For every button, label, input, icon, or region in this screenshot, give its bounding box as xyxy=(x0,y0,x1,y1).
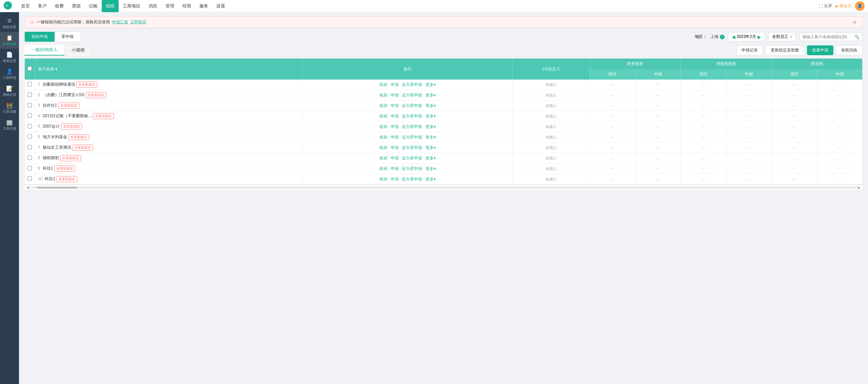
action-more-2[interactable]: 更多▾ xyxy=(426,103,436,108)
action-taxform-5[interactable]: 税表 xyxy=(379,135,388,140)
action-zerodeclare-1[interactable]: 设为零申报 xyxy=(402,93,422,98)
row-checkbox-0[interactable] xyxy=(27,82,32,86)
sidebar-item-annual-report[interactable]: 🏢 工商年报 xyxy=(0,116,19,133)
row-checkbox-9[interactable] xyxy=(27,176,32,181)
action-more-3[interactable]: 更多▾ xyxy=(426,114,436,119)
nav-service[interactable]: 服务 xyxy=(195,0,212,12)
action-declare-9[interactable]: 申报 xyxy=(391,177,399,182)
action-taxform-9[interactable]: 税表 xyxy=(379,177,388,182)
alert-link-declare[interactable]: 申报汇签 xyxy=(112,19,128,25)
action-zerodeclare-5[interactable]: 设为零申报 xyxy=(402,135,422,140)
sub-tab-general[interactable]: 一般的纳税人 xyxy=(24,45,64,56)
action-zerodeclare-2[interactable]: 设为零申报 xyxy=(402,103,422,108)
nav-fee[interactable]: 收费 xyxy=(51,0,68,12)
region-info-icon[interactable]: i xyxy=(720,35,725,39)
scroll-thumb[interactable] xyxy=(37,187,77,189)
action-declare-8[interactable]: 申报 xyxy=(391,166,399,171)
sidebar-item-batch-tax[interactable]: 📋 批量报税 xyxy=(0,32,19,49)
scroll-track[interactable] xyxy=(30,187,857,189)
action-declare-2[interactable]: 申报 xyxy=(391,103,399,108)
row-checkbox-3[interactable] xyxy=(27,113,32,118)
action-more-0[interactable]: 更多▾ xyxy=(426,82,436,87)
scroll-left-button[interactable]: ◀ xyxy=(26,186,30,189)
nav-business[interactable]: 工商项目 xyxy=(119,0,144,12)
alert-close-button[interactable]: ✕ xyxy=(853,20,857,25)
sidebar-item-tax-overview[interactable]: 📄 报税总览 xyxy=(0,49,19,66)
batch-declare-button[interactable]: 批量申报 xyxy=(807,45,833,55)
select-all-checkbox[interactable] xyxy=(27,66,32,71)
sidebar-item-tax-settings[interactable]: ⚙ 报税设置 xyxy=(0,15,19,32)
row-checkbox-5[interactable] xyxy=(27,134,32,139)
tab-tax-declare[interactable]: 税款申报 xyxy=(25,32,55,42)
status-badge-3: 未更新核定 xyxy=(93,113,114,119)
th-ca-status: CA状态 C xyxy=(512,59,590,80)
collect-back-button[interactable]: 收取回执 xyxy=(836,45,863,55)
fullscreen-button[interactable]: ⛶ 全屏 xyxy=(819,3,832,9)
action-declare-7[interactable]: 申报 xyxy=(391,156,399,161)
tab-zero-declare[interactable]: 零申报 xyxy=(55,32,80,42)
action-more-5[interactable]: 更多▾ xyxy=(426,135,436,140)
nav-client[interactable]: 客户 xyxy=(34,0,51,12)
nav-tax[interactable]: 报税 xyxy=(102,0,119,12)
row-checkbox-8[interactable] xyxy=(27,166,32,170)
action-declare-1[interactable]: 申报 xyxy=(391,93,399,98)
declare-record-button[interactable]: 申报记录 xyxy=(736,45,763,55)
nav-home[interactable]: 首页 xyxy=(17,0,34,12)
update-fetch-button[interactable]: 更新统定及取数 xyxy=(766,45,804,55)
staff-selector[interactable]: 全部员工 ▾ xyxy=(768,32,796,41)
action-taxform-4[interactable]: 税表 xyxy=(379,124,388,129)
action-taxform-1[interactable]: 税表 xyxy=(379,93,388,98)
row-checkbox-6[interactable] xyxy=(27,145,32,149)
alert-link-buy[interactable]: 立即购买 xyxy=(130,19,146,25)
th-add-fill: 填写 xyxy=(772,69,817,80)
action-more-1[interactable]: 更多▾ xyxy=(426,93,436,98)
action-zerodeclare-8[interactable]: 设为零申报 xyxy=(402,166,422,171)
action-taxform-0[interactable]: 税表 xyxy=(379,82,388,87)
action-taxform-7[interactable]: 税表 xyxy=(379,156,388,161)
sidebar-item-annual-calc[interactable]: 🧮 汇算清缴 xyxy=(0,100,19,116)
action-zerodeclare-3[interactable]: 设为零申报 xyxy=(402,114,422,119)
action-more-7[interactable]: 更多▾ xyxy=(426,156,436,161)
action-more-6[interactable]: 更多▾ xyxy=(426,145,436,150)
row-checkbox-1[interactable] xyxy=(27,92,32,97)
action-declare-3[interactable]: 申报 xyxy=(391,114,399,119)
row-checkbox-4[interactable] xyxy=(27,124,32,128)
action-zerodeclare-9[interactable]: 设为零申报 xyxy=(402,177,422,182)
nav-manage[interactable]: 管理 xyxy=(161,0,178,12)
nav-message[interactable]: 消息 xyxy=(144,0,161,12)
action-zerodeclare-4[interactable]: 设为零申报 xyxy=(402,124,422,129)
action-taxform-2[interactable]: 税表 xyxy=(379,103,388,108)
search-icon[interactable]: 🔍 xyxy=(854,35,860,39)
warning-icon: ⚠ xyxy=(30,20,35,25)
nav-bookkeeping[interactable]: 记账 xyxy=(85,0,102,12)
action-declare-4[interactable]: 申报 xyxy=(391,124,399,129)
upgrade-button[interactable]: ▶ 畅会员 xyxy=(835,3,852,9)
action-taxform-6[interactable]: 税表 xyxy=(379,145,388,150)
scroll-right-button[interactable]: ▶ xyxy=(857,186,861,189)
avatar[interactable]: 👤 xyxy=(855,1,865,11)
row-checkbox-7[interactable] xyxy=(27,155,32,160)
action-zerodeclare-0[interactable]: 设为零申报 xyxy=(402,82,422,87)
action-declare-5[interactable]: 申报 xyxy=(391,135,399,140)
action-taxform-3[interactable]: 税表 xyxy=(379,114,388,119)
search-input[interactable] xyxy=(802,35,853,39)
date-next-button[interactable]: ▶ xyxy=(757,34,761,40)
action-declare-6[interactable]: 申报 xyxy=(391,145,399,150)
nav-settings[interactable]: 设置 xyxy=(212,0,229,12)
action-declare-0[interactable]: 申报 xyxy=(391,82,399,87)
nav-invoice[interactable]: 票据 xyxy=(68,0,85,12)
action-zerodeclare-7[interactable]: 设为零申报 xyxy=(402,156,422,161)
date-prev-button[interactable]: ◀ xyxy=(732,34,735,40)
ca-status-text-1: 未插入 xyxy=(546,93,557,97)
sidebar-item-tax-record[interactable]: 📝 报税记录 xyxy=(0,83,19,100)
action-more-9[interactable]: 更多▾ xyxy=(426,177,436,182)
action-more-4[interactable]: 更多▾ xyxy=(426,124,436,129)
row-checkbox-2[interactable] xyxy=(27,103,32,107)
sort-icon[interactable]: ▾ xyxy=(55,67,57,71)
action-taxform-8[interactable]: 税表 xyxy=(379,166,388,171)
nav-operation[interactable]: 经营 xyxy=(178,0,195,12)
action-more-8[interactable]: 更多▾ xyxy=(426,166,436,171)
sidebar-item-personal-tax[interactable]: 👤 个税申报 xyxy=(0,66,19,83)
sub-tab-small[interactable]: 小规模 xyxy=(64,45,92,56)
action-zerodeclare-6[interactable]: 设为零申报 xyxy=(402,145,422,150)
